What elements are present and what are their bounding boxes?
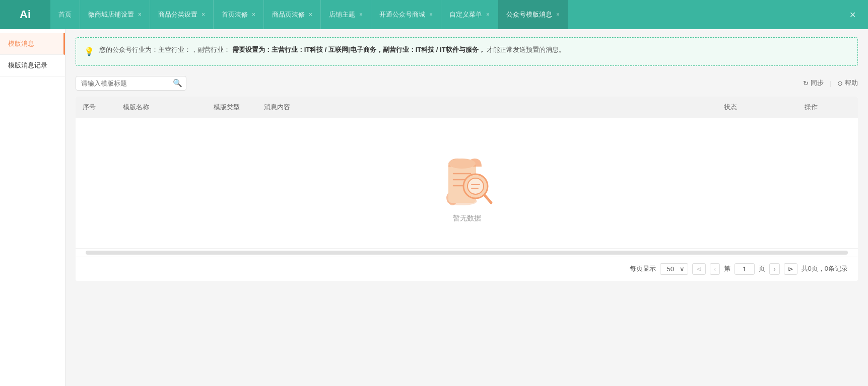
tab-template-message[interactable]: 公众号模版消息 × (498, 0, 568, 29)
tab-close-template-message[interactable]: × (556, 11, 560, 18)
page-prefix: 第 (724, 264, 730, 273)
tab-bar: Ai 首页 微商城店铺设置 × 商品分类设置 × 首页装修 × 商品页装修 × … (0, 0, 868, 29)
col-header-content: 消息内容 (257, 97, 717, 118)
data-table: 序号 模版名称 模版类型 消息内容 状态 (76, 97, 858, 248)
table-header-row: 序号 模版名称 模版类型 消息内容 状态 (76, 97, 858, 118)
search-input-wrap: 🔍 (76, 76, 186, 91)
empty-text: 暂无数据 (453, 214, 481, 223)
total-info: 共0页，0条记录 (802, 264, 848, 273)
tab-close-shop-settings[interactable]: × (138, 11, 142, 18)
tab-custom-menu[interactable]: 自定义菜单 × (441, 0, 498, 29)
sync-button[interactable]: ↻ 同步 (803, 79, 824, 88)
page-size-select[interactable]: 50 ∨ (660, 263, 688, 275)
tab-home[interactable]: 首页 (50, 0, 80, 29)
search-right: ↻ 同步 | ⊙ 帮助 (803, 79, 858, 88)
search-input[interactable] (76, 76, 186, 91)
col-header-type: 模版类型 (207, 97, 257, 118)
svg-point-2 (448, 159, 476, 169)
col-header-action: 操作 (797, 97, 858, 118)
table-container: 序号 模版名称 模版类型 消息内容 状态 (76, 97, 858, 281)
tab-close-category[interactable]: × (202, 11, 205, 18)
col-header-name: 模版名称 (116, 97, 207, 118)
tab-homepage-decor[interactable]: 首页装修 × (214, 0, 264, 29)
tab-open-mall[interactable]: 开通公众号商城 × (371, 0, 441, 29)
tab-close-theme[interactable]: × (359, 11, 363, 18)
content-area: 💡 您的公众号行业为：主营行业：，副营行业： 需要设置为：主营行业：IT科技 /… (65, 29, 868, 386)
col-header-status: 状态 (717, 97, 797, 118)
page-number-input[interactable] (735, 263, 755, 275)
sync-icon: ↻ (803, 80, 809, 87)
page-unit: 页 (759, 264, 765, 273)
svg-line-8 (485, 195, 491, 203)
sidebar-item-template-message[interactable]: 模版消息 (0, 33, 65, 55)
tab-product-decor[interactable]: 商品页装修 × (264, 0, 321, 29)
sidebar: 模版消息 模版消息记录 (0, 29, 65, 386)
window-close-button[interactable]: ✕ (845, 8, 860, 22)
page-size-label: 每页显示 (630, 264, 656, 273)
tab-category[interactable]: 商品分类设置 × (150, 0, 214, 29)
page-size-value: 50 (663, 265, 678, 273)
empty-illustration (434, 148, 500, 214)
help-button[interactable]: ⊙ 帮助 (837, 79, 858, 88)
pagination-bar: 每页显示 50 ∨ ⊲ ‹ 第 页 › ⊳ 共0页，0条记录 (76, 257, 858, 281)
col-header-seq: 序号 (76, 97, 116, 118)
last-page-button[interactable]: ⊳ (784, 263, 797, 275)
divider: | (830, 80, 831, 87)
sidebar-item-template-message-log[interactable]: 模版消息记录 (0, 55, 65, 76)
tab-close-homepage-decor[interactable]: × (252, 11, 255, 18)
search-left: 🔍 (76, 76, 186, 91)
dropdown-icon: ∨ (680, 265, 685, 273)
search-icon: 🔍 (173, 79, 182, 87)
svg-point-7 (468, 178, 484, 194)
search-button[interactable]: 🔍 (173, 79, 182, 88)
help-icon: ⊙ (837, 80, 843, 87)
first-page-button[interactable]: ⊲ (692, 263, 706, 275)
tab-theme[interactable]: 店铺主题 × (321, 0, 371, 29)
prev-page-button[interactable]: ‹ (710, 263, 720, 275)
next-page-button[interactable]: › (769, 263, 779, 275)
notice-icon: 💡 (84, 45, 94, 58)
empty-state-row: 暂无数据 (76, 118, 858, 248)
search-bar: 🔍 ↻ 同步 | ⊙ 帮助 (76, 76, 858, 91)
main-layout: 模版消息 模版消息记录 💡 您的公众号行业为：主营行业：，副营行业： 需要设置为… (0, 29, 868, 386)
empty-state: 暂无数据 (76, 118, 858, 248)
horizontal-scrollbar[interactable] (86, 251, 848, 255)
tab-close-open-mall[interactable]: × (429, 11, 433, 18)
tab-close-custom-menu[interactable]: × (486, 11, 490, 18)
notice-banner: 💡 您的公众号行业为：主营行业：，副营行业： 需要设置为：主营行业：IT科技 /… (76, 37, 858, 66)
scroll-bar-area (76, 248, 858, 257)
tab-close-product-decor[interactable]: × (309, 11, 312, 18)
logo: Ai (0, 0, 50, 29)
notice-text: 您的公众号行业为：主营行业：，副营行业： 需要设置为：主营行业：IT科技 / 互… (99, 45, 565, 55)
tab-shop-settings[interactable]: 微商城店铺设置 × (80, 0, 150, 29)
